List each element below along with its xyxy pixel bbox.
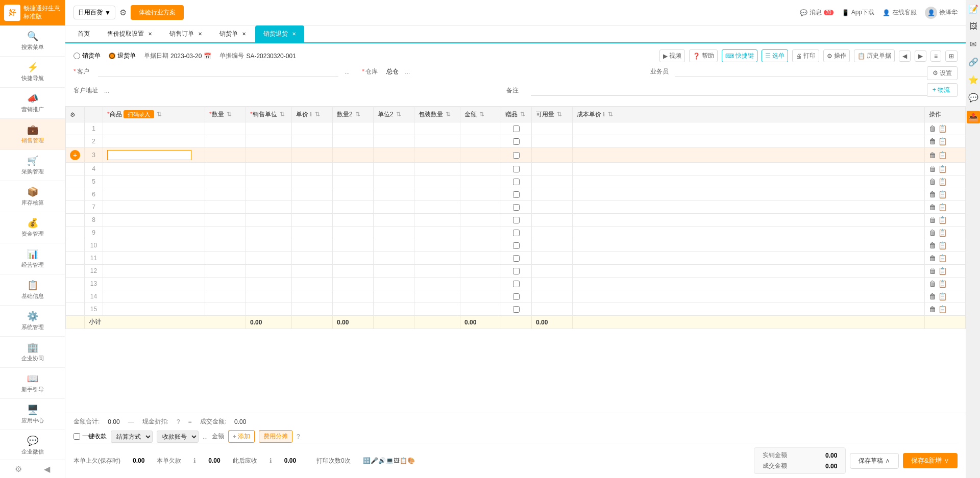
row-cost-4[interactable] [573,163,925,175]
row-unit2-4[interactable] [374,163,414,175]
help-btn[interactable]: ❓ 帮助 [689,49,718,62]
fee-help-icon[interactable]: ? [297,433,300,440]
row-amount-14[interactable] [460,290,501,303]
photo-icon[interactable]: 🖼 [969,22,977,31]
row-unit2-3[interactable] [374,148,414,163]
row-cost-6[interactable] [573,188,925,201]
row-price-12[interactable] [292,265,333,278]
calc-method-select[interactable]: 结算方式 [111,431,153,443]
sort-cost-icon[interactable]: ⇅ [608,111,613,118]
row-unit-15[interactable] [246,303,292,316]
setting-btn[interactable]: ⚙ 设置 [927,66,958,80]
copy-btn-9[interactable]: 📋 [938,229,947,237]
row-unit-1[interactable] [246,122,292,135]
upload-icon[interactable]: 📤 [967,111,980,123]
row-packqty-7[interactable] [414,201,460,214]
row-qty-2[interactable] [205,135,246,148]
row-product-13[interactable] [103,278,205,290]
shortcut-btn[interactable]: ⌨ 快捷键 [722,49,757,62]
row-qty2-8[interactable] [333,214,374,227]
select-btn[interactable]: ☰ 选单 [762,49,788,62]
row-gear-8[interactable] [66,214,85,227]
copy-btn-3[interactable]: 📋 [938,151,947,159]
delete-btn-7[interactable]: 🗑 [929,203,936,211]
row-qty-8[interactable] [205,214,246,227]
tab-home[interactable]: 首页 [69,26,98,42]
radio-return-input[interactable] [109,53,115,59]
copy-btn-11[interactable]: 📋 [938,254,947,262]
row-packqty-9[interactable] [414,227,460,239]
row-qty-7[interactable] [205,201,246,214]
gift-checkbox-2[interactable] [513,138,520,145]
row-price-15[interactable] [292,303,333,316]
row-unit2-2[interactable] [374,135,414,148]
row-cost-14[interactable] [573,290,925,303]
row-avail-13[interactable] [532,278,573,290]
sidebar-item-appstore[interactable]: 🖥️ 应用中心 [0,399,65,430]
sidebar-item-search[interactable]: 🔍 搜索菜单 [0,26,65,57]
gift-checkbox-13[interactable] [513,281,520,287]
customer-input[interactable] [98,66,338,77]
row-qty-11[interactable] [205,252,246,265]
row-cost-3[interactable] [573,148,925,163]
add-fee-btn[interactable]: + 添加 [228,430,255,443]
delete-btn-8[interactable]: 🗑 [929,216,936,224]
row-avail-14[interactable] [532,290,573,303]
row-cost-15[interactable] [573,303,925,316]
row-gift-10[interactable] [501,239,532,252]
row-product-12[interactable] [103,265,205,278]
operate-btn[interactable]: ⚙ 操作 [823,49,850,62]
row-avail-5[interactable] [532,175,573,188]
row-qty-1[interactable] [205,122,246,135]
account-select[interactable]: 收款账号 [157,431,199,443]
row-gear-13[interactable] [66,278,85,290]
row-qty2-2[interactable] [333,135,374,148]
product-input-3[interactable] [107,150,191,160]
save-draft-btn[interactable]: 保存草稿 ∧ [850,453,898,469]
row-qty2-14[interactable] [333,290,374,303]
row-qty2-10[interactable] [333,239,374,252]
row-unit-5[interactable] [246,175,292,188]
row-qty2-11[interactable] [333,252,374,265]
row-unit-14[interactable] [246,290,292,303]
row-amount-7[interactable] [460,201,501,214]
row-cost-5[interactable] [573,175,925,188]
next-btn[interactable]: ▶ [915,51,926,62]
row-unit2-9[interactable] [374,227,414,239]
trial-btn[interactable]: 体验行业方案 [131,5,184,20]
row-packqty-15[interactable] [414,303,460,316]
row-price-13[interactable] [292,278,333,290]
row-cost-12[interactable] [573,265,925,278]
sort-gift-icon[interactable]: ⇅ [520,111,525,118]
row-packqty-1[interactable] [414,122,460,135]
row-amount-10[interactable] [460,239,501,252]
row-cost-1[interactable] [573,122,925,135]
warehouse-dots[interactable]: ... [405,68,410,76]
row-gear-4[interactable] [66,163,85,175]
row-gift-13[interactable] [501,278,532,290]
row-gear-1[interactable] [66,122,85,135]
delete-btn-5[interactable]: 🗑 [929,178,936,186]
row-qty-14[interactable] [205,290,246,303]
delete-btn-9[interactable]: 🗑 [929,229,936,237]
row-packqty-13[interactable] [414,278,460,290]
message-btn[interactable]: 💬 消息 70 [800,8,834,17]
row-product-15[interactable] [103,303,205,316]
prev-btn[interactable]: ◀ [899,51,911,62]
row-gift-15[interactable] [501,303,532,316]
row-qty-6[interactable] [205,188,246,201]
address-dots[interactable]: ... [104,87,109,94]
row-cost-7[interactable] [573,201,925,214]
row-avail-8[interactable] [532,214,573,227]
row-gear-7[interactable] [66,201,85,214]
row-product-9[interactable] [103,227,205,239]
account-dots[interactable]: ... [203,433,208,440]
row-gift-6[interactable] [501,188,532,201]
row-amount-8[interactable] [460,214,501,227]
row-packqty-8[interactable] [414,214,460,227]
row-gear-9[interactable] [66,227,85,239]
settings-icon[interactable]: ⚙ [15,464,22,474]
row-product-7[interactable] [103,201,205,214]
gear-icon[interactable]: ⚙ [70,111,76,118]
owe2-tip[interactable]: ℹ [193,457,196,464]
